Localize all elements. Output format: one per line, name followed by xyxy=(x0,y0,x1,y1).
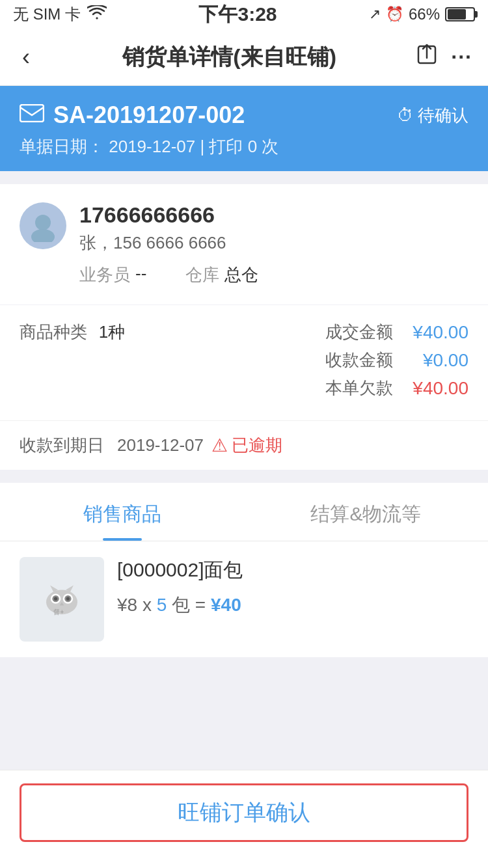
overdue-icon: ⚠ xyxy=(211,435,228,456)
amount-line-1: 收款金额 ¥0.00 xyxy=(325,349,468,372)
tabs: 销售商品 结算&物流等 xyxy=(0,483,488,541)
overdue-badge: ⚠ 已逾期 xyxy=(211,434,282,457)
product-name: [0000002]面包 xyxy=(117,557,468,584)
svg-point-9 xyxy=(54,597,57,601)
customer-avatar xyxy=(20,202,66,249)
amount-line-0: 成交金额 ¥40.00 xyxy=(325,321,468,344)
battery-icon xyxy=(445,7,475,21)
date-value: 2019-12-07 xyxy=(109,137,195,156)
page-title: 销货单详情(来自旺铺) xyxy=(43,42,416,72)
product-type-label: 商品种类 xyxy=(20,322,87,342)
carrier-label: 无 SIM 卡 xyxy=(13,4,81,25)
clock-icon: ⏱ xyxy=(397,105,414,126)
nav-bar: ‹ 销货单详情(来自旺铺) ··· xyxy=(0,29,488,86)
svg-point-10 xyxy=(66,597,70,601)
price-text: ¥8 x xyxy=(117,595,157,615)
amounts-card: 商品种类 1种 成交金额 ¥40.00 收款金额 ¥0.00 本单欠款 ¥40.… xyxy=(0,305,488,470)
status-text: 待确认 xyxy=(418,104,468,127)
order-date: 单据日期： 2019-12-07 | 打印 0 次 xyxy=(20,135,468,158)
status-bar: 无 SIM 卡 下午3:28 ↗ ⏰ 66% xyxy=(0,0,488,29)
date-label: 单据日期： xyxy=(20,137,104,156)
unit-text: 包 = xyxy=(172,595,211,615)
tab-products[interactable]: 销售商品 xyxy=(0,483,244,541)
customer-phone: 17666666666 xyxy=(79,202,468,228)
product-type: 商品种类 1种 xyxy=(20,321,125,344)
amounts-right: 成交金额 ¥40.00 收款金额 ¥0.00 本单欠款 ¥40.00 xyxy=(325,321,468,405)
svg-rect-1 xyxy=(20,105,44,122)
status-right: ↗ ⏰ 66% xyxy=(369,5,475,23)
due-date-label: 收款到期日 xyxy=(20,434,104,457)
order-status: ⏱ 待确认 xyxy=(397,104,468,127)
due-date-row: 收款到期日 2019-12-07 ⚠ 已逾期 xyxy=(0,420,488,470)
wifi-icon xyxy=(87,5,107,23)
svg-point-3 xyxy=(31,229,55,242)
warehouse-label: 仓库 xyxy=(185,264,219,286)
order-envelope-icon xyxy=(20,104,44,127)
product-item: 督+ [0000002]面包 ¥8 x 5 包 = ¥40 xyxy=(0,541,488,657)
print-info: | 打印 0 次 xyxy=(200,137,278,156)
customer-card: 17666666666 张，156 6666 6666 业务员 -- 仓库 总仓 xyxy=(0,184,488,305)
product-type-value: 1种 xyxy=(99,322,125,342)
product-price-row: ¥8 x 5 包 = ¥40 xyxy=(117,593,468,617)
alarm-icon: ⏰ xyxy=(386,6,403,23)
share-icon[interactable] xyxy=(416,44,438,70)
bottom-bar: 旺铺订单确认 xyxy=(0,770,488,868)
total-price: ¥40 xyxy=(211,595,241,615)
customer-name: 张，156 6666 6666 xyxy=(79,232,468,254)
warehouse-value: 总仓 xyxy=(224,264,258,286)
qty-highlight: 5 xyxy=(157,595,167,615)
tab-settlement[interactable]: 结算&物流等 xyxy=(244,483,488,541)
status-left: 无 SIM 卡 xyxy=(13,4,107,25)
time-display: 下午3:28 xyxy=(198,1,277,28)
svg-point-2 xyxy=(35,215,51,230)
amount-line-2: 本单欠款 ¥40.00 xyxy=(325,377,468,400)
confirm-button[interactable]: 旺铺订单确认 xyxy=(20,783,468,842)
product-info: [0000002]面包 ¥8 x 5 包 = ¥40 xyxy=(117,557,468,617)
battery-percent: 66% xyxy=(409,5,440,23)
nav-actions: ··· xyxy=(416,44,472,70)
product-image: 督+ xyxy=(20,557,104,642)
location-icon: ↗ xyxy=(369,6,381,23)
due-date-value: 2019-12-07 xyxy=(117,435,204,455)
svg-text:督+: 督+ xyxy=(53,608,64,616)
sales-label: 业务员 xyxy=(79,264,130,286)
order-number: SA-20191207-002 xyxy=(53,102,245,129)
order-header: SA-20191207-002 ⏱ 待确认 单据日期： 2019-12-07 |… xyxy=(0,86,488,171)
customer-meta: 业务员 -- 仓库 总仓 xyxy=(79,264,468,286)
customer-info: 17666666666 张，156 6666 6666 业务员 -- 仓库 总仓 xyxy=(79,202,468,286)
sales-value: -- xyxy=(135,264,146,286)
overdue-text: 已逾期 xyxy=(232,434,282,457)
more-icon[interactable]: ··· xyxy=(451,45,472,69)
back-button[interactable]: ‹ xyxy=(16,37,36,77)
